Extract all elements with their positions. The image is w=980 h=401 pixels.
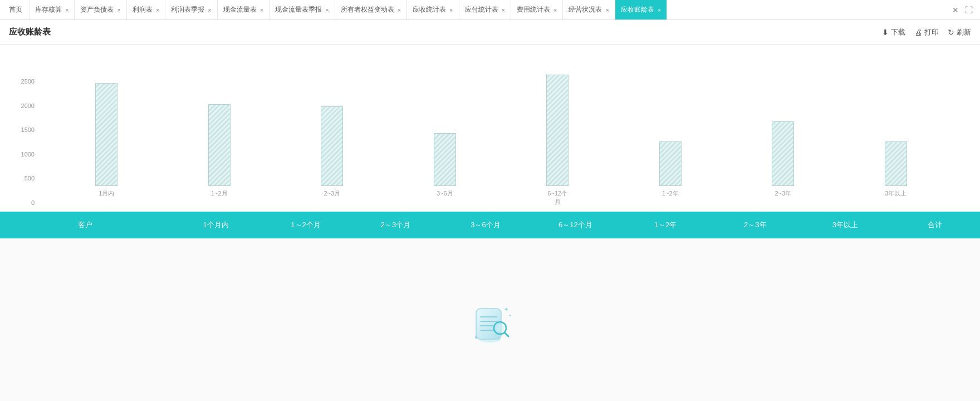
tab-profit[interactable]: 利润表×	[127, 0, 165, 20]
table-header-y12: 1～2年	[620, 212, 710, 238]
tab-profit_quarterly[interactable]: 利润表季报×	[165, 0, 217, 20]
chart-bar[interactable]	[208, 104, 231, 186]
x-axis-label: 1~2月	[208, 189, 231, 206]
chart-bar[interactable]	[321, 106, 343, 186]
chart-bar[interactable]	[95, 83, 117, 186]
tab-label: 资产负债表	[80, 5, 114, 14]
table-header-m1: 1个月内	[171, 212, 261, 238]
x-axis-label: 2~3年	[772, 189, 794, 206]
tab-label: 经营状况表	[569, 5, 602, 14]
table-header-m36: 3～6个月	[440, 212, 530, 238]
x-axis-label: 1月内	[95, 189, 117, 206]
chart-bar[interactable]	[546, 75, 569, 186]
table-header-m612: 6～12个月	[531, 212, 620, 238]
tab-balance[interactable]: 资产负债表×	[75, 0, 126, 20]
tab-close-icon[interactable]: ×	[658, 7, 661, 13]
tab-home[interactable]: 首页	[2, 0, 30, 20]
table-header-y3plus: 3年以上	[800, 212, 890, 238]
tab-ar_aging[interactable]: 应收账龄表×	[615, 0, 667, 20]
tab-label: 利润表	[133, 5, 153, 14]
tab-close-icon[interactable]: ×	[156, 7, 159, 13]
tab-close-icon[interactable]: ×	[65, 7, 68, 13]
tab-ap_stats[interactable]: 应付统计表×	[459, 0, 511, 20]
table-header-total: 合计	[890, 212, 980, 238]
x-axis-label: 1~2年	[659, 189, 682, 206]
y-axis-label: 0	[17, 199, 35, 206]
header-actions: ⬇ 下载 🖨 打印 ↻ 刷新	[882, 27, 971, 37]
tab-bar: 首页 库存核算×资产负债表×利润表×利润表季报×现金流量表×现金流量表季报×所有…	[0, 0, 980, 20]
svg-rect-2	[476, 309, 501, 339]
x-axis-label: 6~12个月	[546, 189, 569, 206]
tab-operations[interactable]: 经营状况表×	[563, 0, 615, 20]
chart-bar[interactable]	[772, 121, 794, 186]
chart-bar[interactable]	[434, 133, 456, 186]
main-content: 25002000150010005000 1月内1~2月2~3月3~6月6~12…	[0, 45, 980, 401]
refresh-icon: ↻	[948, 28, 954, 37]
page-title: 应收账龄表	[9, 27, 51, 37]
svg-text:✦: ✦	[504, 306, 508, 312]
tab-home-label: 首页	[9, 5, 22, 14]
tab-cashflow_quarterly[interactable]: 现金流量表季报×	[270, 0, 335, 20]
tab-label: 利润表季报	[171, 5, 204, 14]
tab-label: 现金流量表	[223, 5, 257, 14]
refresh-button[interactable]: ↻ 刷新	[948, 27, 971, 37]
tab-label: 库存核算	[35, 5, 62, 14]
chart-inner: 1月内1~2月2~3月3~6月6~12个月1~2年2~3年3年以上	[39, 186, 963, 206]
svg-point-8	[496, 324, 504, 332]
tab-close-icon[interactable]: ×	[117, 7, 120, 13]
tab-close-icon[interactable]: ×	[208, 7, 211, 13]
y-axis: 25002000150010005000	[17, 78, 39, 206]
tab-label: 所有者权益变动表	[341, 5, 394, 14]
table-header: 客户1个月内1～2个月2～3个月3～6个月6～12个月1～2年2～3年3年以上合…	[0, 212, 980, 238]
y-axis-label: 2000	[17, 102, 35, 109]
tab-label: 应收账龄表	[621, 5, 654, 14]
tab-close-icon[interactable]: ×	[449, 7, 453, 13]
tab-label: 现金流量表季报	[275, 5, 322, 14]
x-axis-labels: 1月内1~2月2~3月3~6月6~12个月1~2年2~3年3年以上	[39, 189, 963, 206]
table-header-m23: 2～3个月	[351, 212, 440, 238]
tab-inventory[interactable]: 库存核算×	[30, 0, 75, 20]
tab-label: 应付统计表	[465, 5, 498, 14]
maximize-window-button[interactable]: ⛶	[964, 6, 973, 14]
download-button[interactable]: ⬇ 下载	[882, 27, 905, 37]
tab-label: 应收统计表	[413, 5, 446, 14]
window-controls: ✕ ⛶	[951, 6, 978, 14]
tab-close-icon[interactable]: ×	[325, 7, 329, 13]
svg-line-9	[504, 332, 508, 336]
chart-container: 25002000150010005000 1月内1~2月2~3月3~6月6~12…	[17, 56, 963, 206]
tab-label: 费用统计表	[517, 5, 550, 14]
empty-illustration-icon: ✦ ✦	[465, 297, 515, 348]
y-axis-label: 1500	[17, 126, 35, 133]
y-axis-label: 1000	[17, 151, 35, 158]
y-axis-label: 2500	[17, 78, 35, 85]
download-icon: ⬇	[882, 28, 889, 37]
tab-equity[interactable]: 所有者权益变动表×	[335, 0, 407, 20]
tab-close-icon[interactable]: ×	[553, 7, 557, 13]
print-button[interactable]: 🖨 打印	[914, 27, 939, 37]
print-icon: 🖨	[914, 28, 922, 37]
tab-cashflow[interactable]: 现金流量表×	[218, 0, 270, 20]
empty-state: ✦ ✦	[465, 297, 515, 348]
page-header: 应收账龄表 ⬇ 下载 🖨 打印 ↻ 刷新	[0, 20, 980, 45]
x-axis-label: 3年以上	[885, 189, 907, 206]
chart-area: 25002000150010005000 1月内1~2月2~3月3~6月6~12…	[0, 45, 980, 212]
table-header-customer: 客户	[0, 212, 171, 238]
x-axis-label: 2~3月	[321, 189, 343, 206]
tab-close-icon[interactable]: ×	[260, 7, 263, 13]
tab-ar_stats[interactable]: 应收统计表×	[407, 0, 459, 20]
y-axis-label: 500	[17, 175, 35, 182]
tab-close-icon[interactable]: ×	[398, 7, 401, 13]
tab-close-icon[interactable]: ×	[502, 7, 505, 13]
x-axis-label: 3~6月	[434, 189, 456, 206]
close-window-button[interactable]: ✕	[951, 6, 960, 14]
table-header-m12: 1～2个月	[261, 212, 350, 238]
svg-text:✦: ✦	[508, 314, 512, 317]
chart-bar[interactable]	[659, 141, 682, 186]
chart-bar[interactable]	[885, 141, 907, 186]
tab-close-icon[interactable]: ×	[605, 7, 609, 13]
tab-expense_stats[interactable]: 费用统计表×	[511, 0, 563, 20]
table-body: ✦ ✦	[0, 238, 980, 401]
table-header-y23: 2～3年	[710, 212, 800, 238]
